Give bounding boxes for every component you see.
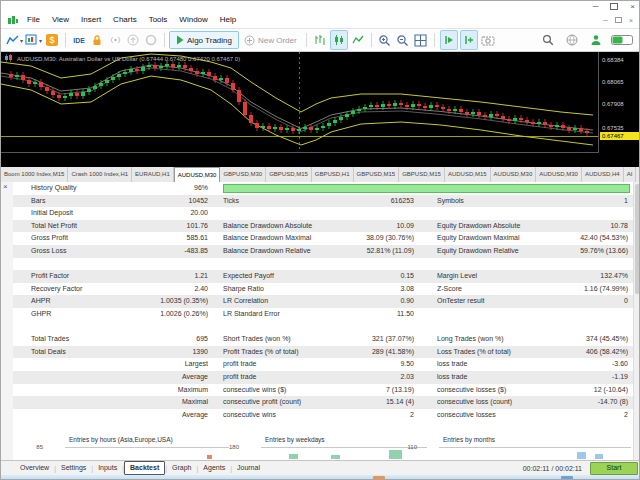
tester-tab-backtest[interactable]: Backtest — [124, 461, 165, 475]
report-value: Largest — [113, 358, 208, 371]
menu-item-tools[interactable]: Tools — [143, 12, 174, 28]
report-value: 132.47% — [523, 270, 628, 283]
symbol-tab[interactable]: GBPUSD,M15 — [266, 167, 312, 182]
report-value: 59.76% (13.66) — [523, 245, 628, 258]
menu-item-help[interactable]: Help — [214, 12, 242, 28]
line-chart-icon[interactable] — [350, 31, 366, 49]
report-label: AHPR — [31, 295, 50, 308]
minimize-icon[interactable]: ─ — [593, 2, 599, 11]
menu-item-insert[interactable]: Insert — [75, 12, 107, 28]
grid-icon[interactable] — [413, 31, 429, 49]
panel-close-icon[interactable]: × — [3, 183, 8, 191]
symbol-tab[interactable]: AI — [624, 167, 637, 182]
report-row: Bars10452Ticks616253Symbols1 — [13, 195, 633, 208]
new-order-button[interactable]: New Order — [239, 34, 302, 47]
histogram-bar — [207, 455, 212, 459]
camera-icon[interactable] — [480, 31, 496, 49]
doc-minimize-icon[interactable]: ─ — [603, 17, 608, 24]
doc-close-icon[interactable]: × — [629, 17, 633, 24]
report-label: Balance Drawdown Relative — [223, 245, 311, 258]
symbol-tab[interactable]: EURAUD,H1 — [132, 167, 174, 182]
tester-tab-graph[interactable]: Graph — [167, 462, 196, 474]
histogram-axis-value: 180 — [219, 444, 239, 450]
histogram-bar — [289, 454, 298, 459]
tester-tab-agents[interactable]: Agents — [198, 462, 230, 474]
connection-toggle[interactable] — [611, 31, 633, 49]
report-label: consecutive wins ($) — [223, 384, 286, 397]
start-button[interactable]: Start — [590, 462, 638, 475]
scrollbar-thumb[interactable] — [635, 184, 640, 294]
price-scale[interactable]: 0.683840.680650.679080.675350.67467 — [598, 52, 640, 153]
report-value: 2.40 — [113, 283, 208, 296]
report-value: 2 — [523, 409, 628, 422]
candle-chart-icon[interactable] — [330, 30, 348, 50]
report-label: consecutive losses — [437, 409, 496, 422]
report-value: 374 (45.45%) — [523, 333, 628, 346]
symbol-tab[interactable]: Crash 1000 Index,H1 — [68, 167, 132, 182]
menu-item-view[interactable]: View — [46, 12, 75, 28]
community-icon[interactable] — [564, 31, 580, 49]
symbol-tab[interactable]: AUDUSD,M15 — [445, 167, 491, 182]
user-online-icon[interactable] — [588, 31, 604, 49]
search-icon[interactable] — [540, 31, 556, 49]
plus-circle-icon — [244, 35, 255, 46]
report-label: Z-Score — [437, 283, 462, 296]
histogram-axis-line — [65, 447, 229, 448]
report-label: History Quality — [31, 182, 77, 195]
tester-tab-journal[interactable]: Journal — [232, 462, 265, 474]
report-scrollbar[interactable] — [633, 182, 640, 460]
tester-tab-inputs[interactable]: Inputs — [93, 462, 122, 474]
menu-item-charts[interactable]: Charts — [107, 12, 143, 28]
tester-tab-settings[interactable]: Settings — [56, 462, 91, 474]
report-label: consecutive wins — [223, 409, 276, 422]
doc-restore-icon[interactable] — [615, 17, 622, 23]
report-value: 15.14 (4) — [303, 396, 414, 409]
zoom-out-icon[interactable] — [395, 31, 411, 49]
histogram-bar — [331, 455, 340, 459]
symbol-tab[interactable]: GBPUSD,M30 — [220, 167, 266, 182]
zoom-in-icon[interactable] — [377, 31, 393, 49]
maximize-icon[interactable] — [610, 3, 618, 10]
symbol-tab[interactable]: AUDUSD,M30 — [174, 167, 221, 182]
report-row: GHPR1.0026 (0.26%)LR Standard Error11.50 — [13, 308, 633, 321]
dollar-icon[interactable]: $ — [44, 31, 60, 49]
symbol-tab[interactable]: GBPUSD,M15 — [354, 167, 400, 182]
symbol-tab[interactable]: AUDUSD,H4 — [582, 167, 624, 182]
report-value: 321 (37.07%) — [303, 333, 414, 346]
symbol-tab[interactable]: Boom 1000 Index,M15 — [1, 167, 68, 182]
symbol-tab[interactable]: GBPUSD,H1 — [312, 167, 354, 182]
report-value: -3.60 — [523, 358, 628, 371]
tester-tab-overview[interactable]: Overview — [15, 462, 54, 474]
symbol-tab[interactable]: AUDUSD,M30 — [491, 167, 537, 182]
chart-window-icon[interactable]: ▾ — [25, 31, 42, 49]
report-label: Sharpe Ratio — [223, 283, 264, 296]
step-add-icon[interactable] — [460, 30, 478, 50]
symbol-tab[interactable]: GBPUSD,M15 — [399, 167, 445, 182]
report-row: Total Net Profit101.76Balance Drawdown A… — [13, 220, 633, 233]
symbol-tab[interactable]: AUDUSD,M30 — [536, 167, 582, 182]
menu-item-file[interactable]: File — [21, 12, 46, 28]
mt5-logo-icon — [4, 11, 20, 29]
report-label: Profit Factor — [31, 270, 69, 283]
close-icon[interactable]: × — [630, 2, 635, 11]
report-label: profit trade — [223, 371, 256, 384]
algo-trading-button[interactable]: Algo Trading — [169, 31, 239, 49]
report-value: Maximum — [113, 384, 208, 397]
report-row: Recovery Factor2.40Sharpe Ratio3.08Z-Sco… — [13, 283, 633, 296]
menu-item-window[interactable]: Window — [173, 12, 213, 28]
lock-icon[interactable] — [89, 31, 105, 49]
report-row: Largestprofit trade9.50loss trade-3.60 — [13, 358, 633, 371]
step-forward-icon[interactable] — [440, 30, 458, 50]
report-value: 2.03 — [303, 371, 414, 384]
histogram-bar — [389, 450, 402, 459]
report-row — [13, 421, 633, 434]
chart-type-icon[interactable]: ▾ — [6, 31, 23, 49]
play-icon — [176, 35, 184, 45]
svg-text:$: $ — [50, 35, 55, 45]
histogram-axis-line — [439, 447, 631, 448]
ide-button[interactable]: IDE — [71, 31, 87, 49]
ring-icon[interactable] — [143, 31, 159, 49]
broadcast-icon[interactable] — [107, 31, 123, 49]
tick-chart-icon[interactable] — [312, 31, 328, 49]
upload-icon[interactable] — [125, 31, 141, 49]
